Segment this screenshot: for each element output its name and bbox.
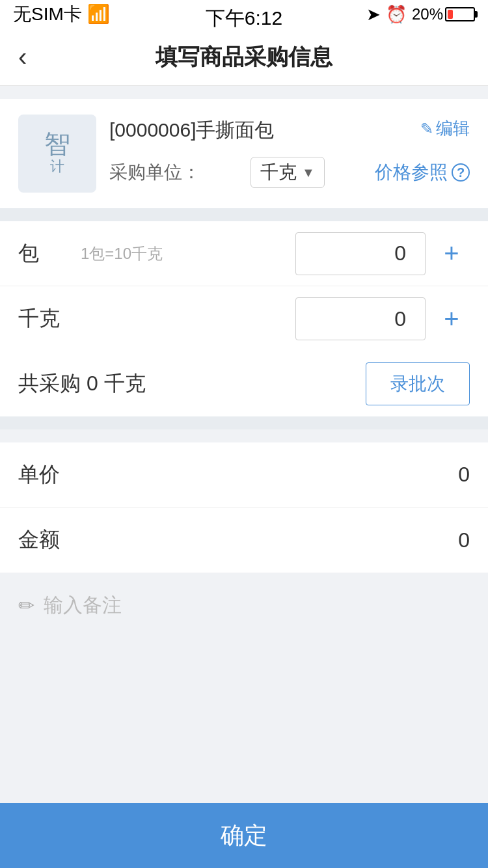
logo-top: 智: [44, 129, 70, 158]
status-time: 下午6:12: [206, 5, 282, 32]
battery-icon: [445, 7, 475, 21]
bag-field-wrapper: +: [295, 232, 470, 275]
pencil-icon: ✏: [18, 594, 34, 617]
product-name: [0000006]手撕面包: [109, 117, 274, 144]
summary-row: 共采购 0 千克 录批次: [0, 351, 488, 416]
edit-icon: ✎: [420, 120, 433, 138]
nav-bar: ‹ 填写商品采购信息: [0, 29, 488, 86]
product-card: 智 计 [0000006]手撕面包 ✎ 编辑 采购单位： 千克 ▼ 价格参照 ?: [0, 99, 488, 208]
unit-price-label: 单价: [18, 461, 60, 489]
amount-value: 0: [458, 528, 470, 552]
kg-input-row: 千克 +: [0, 286, 488, 351]
unit-label: 采购单位：: [109, 160, 200, 185]
location-icon: ➤: [366, 5, 381, 25]
summary-text: 共采购 0 千克: [18, 370, 146, 398]
unit-price-value: 0: [458, 463, 470, 487]
bag-sublabel: 1包=10千克: [81, 243, 163, 264]
notes-section[interactable]: ✏ 输入备注: [0, 573, 488, 638]
product-header: [0000006]手撕面包 ✎ 编辑: [109, 117, 470, 144]
product-info: [0000006]手撕面包 ✎ 编辑 采购单位： 千克 ▼ 价格参照 ?: [109, 115, 470, 188]
alarm-icon: ⏰: [386, 5, 407, 25]
bag-input-row: 包 1包=10千克 +: [0, 221, 488, 286]
kg-label: 千克: [18, 305, 77, 333]
chevron-down-icon: ▼: [302, 165, 315, 180]
price-section: 单价 0 金额 0: [0, 442, 488, 573]
kg-field-wrapper: +: [295, 297, 470, 340]
amount-label: 金额: [18, 526, 60, 554]
edit-button[interactable]: ✎ 编辑: [420, 117, 470, 140]
unit-row: 采购单位： 千克 ▼ 价格参照 ?: [109, 157, 470, 188]
status-bar: 无SIM卡 📶 下午6:12 ➤ ⏰ 20%: [0, 0, 488, 29]
input-section: 包 1包=10千克 + 千克 +: [0, 221, 488, 351]
kg-plus-button[interactable]: +: [433, 301, 470, 337]
unit-price-row: 单价 0: [0, 442, 488, 508]
status-right: ➤ ⏰ 20%: [366, 5, 475, 25]
bag-label: 包: [18, 239, 77, 268]
section-divider-1: [0, 208, 488, 221]
bag-plus-button[interactable]: +: [433, 236, 470, 272]
notes-placeholder: 输入备注: [44, 592, 122, 619]
unit-select[interactable]: 千克 ▼: [251, 157, 325, 188]
status-signal: 无SIM卡 📶: [13, 2, 110, 27]
back-button[interactable]: ‹: [18, 42, 27, 72]
product-logo: 智 计: [44, 131, 70, 176]
section-divider-2: [0, 416, 488, 429]
info-icon: ?: [452, 163, 470, 182]
battery-fill: [448, 10, 453, 19]
record-batch-button[interactable]: 录批次: [366, 362, 470, 405]
logo-bottom: 计: [44, 157, 70, 176]
kg-input[interactable]: [295, 297, 426, 340]
page-title: 填写商品采购信息: [156, 42, 332, 72]
price-ref-button[interactable]: 价格参照 ?: [375, 160, 470, 185]
product-image: 智 计: [18, 115, 96, 193]
battery-percent: 20%: [412, 5, 443, 23]
amount-row: 金额 0: [0, 508, 488, 573]
confirm-button[interactable]: 确定: [0, 803, 488, 868]
bag-input[interactable]: [295, 232, 426, 275]
battery-indicator: 20%: [412, 5, 475, 23]
